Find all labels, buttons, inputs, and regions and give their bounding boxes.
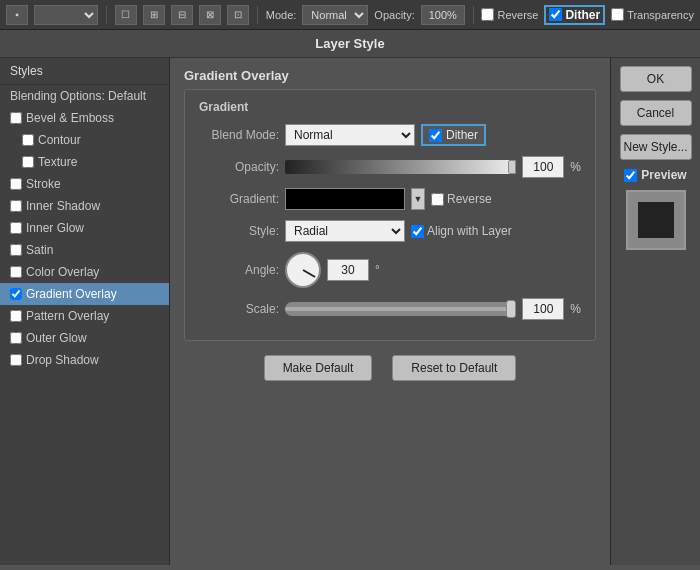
- reverse-checkbox[interactable]: [481, 8, 494, 21]
- icon-2[interactable]: ⊞: [143, 5, 165, 25]
- style-label: Style:: [199, 224, 279, 238]
- scale-track: [285, 307, 516, 311]
- opacity-slider[interactable]: [285, 160, 516, 174]
- blend-mode-row: Blend Mode: Normal Dissolve Multiply Scr…: [199, 124, 581, 146]
- mode-label: Mode:: [266, 9, 297, 21]
- texture-checkbox[interactable]: [22, 156, 34, 168]
- bevel-emboss-checkbox[interactable]: [10, 112, 22, 124]
- icon-5[interactable]: ⊡: [227, 5, 249, 25]
- reverse-label-group[interactable]: Reverse: [431, 192, 492, 206]
- drop-shadow-label: Drop Shadow: [26, 353, 99, 367]
- blend-mode-select[interactable]: Normal Dissolve Multiply Screen: [285, 124, 415, 146]
- right-panel: OK Cancel New Style... Preview: [610, 58, 700, 565]
- scale-unit: %: [570, 302, 581, 316]
- angle-dial[interactable]: [285, 252, 321, 288]
- transparency-group: Transparency: [611, 8, 694, 21]
- layer-select[interactable]: [34, 5, 98, 25]
- icon-4[interactable]: ⊠: [199, 5, 221, 25]
- bevel-emboss-item[interactable]: Bevel & Emboss: [0, 107, 169, 129]
- outer-glow-checkbox[interactable]: [10, 332, 22, 344]
- color-overlay-checkbox[interactable]: [10, 266, 22, 278]
- separator-3: [473, 6, 474, 24]
- reset-default-button[interactable]: Reset to Default: [392, 355, 516, 381]
- blending-options-item[interactable]: Blending Options: Default: [0, 85, 169, 107]
- gradient-label: Gradient:: [199, 192, 279, 206]
- opacity-label-form: Opacity:: [199, 160, 279, 174]
- reverse-group: Reverse: [481, 8, 538, 21]
- inner-shadow-checkbox[interactable]: [10, 200, 22, 212]
- pattern-overlay-label: Pattern Overlay: [26, 309, 109, 323]
- bevel-emboss-label: Bevel & Emboss: [26, 111, 114, 125]
- opacity-input[interactable]: [421, 5, 465, 25]
- angle-dial-line: [303, 269, 316, 278]
- scale-slider[interactable]: [285, 302, 516, 316]
- separator-2: [257, 6, 258, 24]
- opacity-value-input[interactable]: [522, 156, 564, 178]
- angle-unit: °: [375, 263, 380, 277]
- mode-select[interactable]: Normal: [302, 5, 368, 25]
- align-label-group[interactable]: Align with Layer: [411, 224, 512, 238]
- layer-icon: ▪: [6, 5, 28, 25]
- reverse-checkbox-form[interactable]: [431, 193, 444, 206]
- pattern-overlay-checkbox[interactable]: [10, 310, 22, 322]
- drop-shadow-item[interactable]: Drop Shadow: [0, 349, 169, 371]
- blending-options-label: Blending Options: Default: [10, 89, 146, 103]
- styles-title: Styles: [0, 58, 169, 85]
- preview-inner: [638, 202, 674, 238]
- stroke-label: Stroke: [26, 177, 61, 191]
- style-select[interactable]: Linear Radial Angle Reflected Diamond: [285, 220, 405, 242]
- pattern-overlay-item[interactable]: Pattern Overlay: [0, 305, 169, 327]
- opacity-thumb: [508, 160, 516, 174]
- inner-glow-checkbox[interactable]: [10, 222, 22, 234]
- new-style-button[interactable]: New Style...: [620, 134, 692, 160]
- satin-item[interactable]: Satin: [0, 239, 169, 261]
- gradient-overlay-checkbox[interactable]: [10, 288, 22, 300]
- blend-mode-controls: Normal Dissolve Multiply Screen Dither: [285, 124, 581, 146]
- make-default-button[interactable]: Make Default: [264, 355, 373, 381]
- opacity-row: Opacity: %: [199, 156, 581, 178]
- drop-shadow-checkbox[interactable]: [10, 354, 22, 366]
- gradient-overlay-label: Gradient Overlay: [26, 287, 117, 301]
- dialog-title: Layer Style: [0, 30, 700, 58]
- inner-shadow-item[interactable]: Inner Shadow: [0, 195, 169, 217]
- style-controls: Linear Radial Angle Reflected Diamond Al…: [285, 220, 581, 242]
- gradient-arrow[interactable]: ▼: [411, 188, 425, 210]
- separator-1: [106, 6, 107, 24]
- contour-item[interactable]: Contour: [0, 129, 169, 151]
- angle-row: Angle: °: [199, 252, 581, 288]
- preview-label: Preview: [624, 168, 686, 182]
- inner-glow-item[interactable]: Inner Glow: [0, 217, 169, 239]
- cancel-button[interactable]: Cancel: [620, 100, 692, 126]
- gradient-swatch[interactable]: [285, 188, 405, 210]
- preview-box: [626, 190, 686, 250]
- angle-value-input[interactable]: [327, 259, 369, 281]
- scale-value-input[interactable]: [522, 298, 564, 320]
- gradient-controls: ▼ Reverse: [285, 188, 581, 210]
- subsection-title: Gradient: [199, 100, 581, 114]
- icon-3[interactable]: ⊟: [171, 5, 193, 25]
- preview-checkbox[interactable]: [624, 169, 637, 182]
- section-title: Gradient Overlay: [184, 68, 596, 83]
- dither-checkbox-toolbar[interactable]: [549, 8, 562, 21]
- dither-checkbox[interactable]: [429, 129, 442, 142]
- contour-checkbox[interactable]: [22, 134, 34, 146]
- top-toolbar: ▪ ☐ ⊞ ⊟ ⊠ ⊡ Mode: Normal Opacity: Revers…: [0, 0, 700, 30]
- gradient-overlay-item[interactable]: Gradient Overlay: [0, 283, 169, 305]
- reverse-label: Reverse: [497, 9, 538, 21]
- bottom-buttons: Make Default Reset to Default: [184, 355, 596, 381]
- satin-checkbox[interactable]: [10, 244, 22, 256]
- texture-item[interactable]: Texture: [0, 151, 169, 173]
- icon-1[interactable]: ☐: [115, 5, 137, 25]
- transparency-checkbox[interactable]: [611, 8, 624, 21]
- align-label-text: Align with Layer: [427, 224, 512, 238]
- opacity-controls: %: [285, 156, 581, 178]
- stroke-item[interactable]: Stroke: [0, 173, 169, 195]
- angle-label: Angle:: [199, 263, 279, 277]
- outer-glow-item[interactable]: Outer Glow: [0, 327, 169, 349]
- opacity-unit: %: [570, 160, 581, 174]
- stroke-checkbox[interactable]: [10, 178, 22, 190]
- align-checkbox[interactable]: [411, 225, 424, 238]
- dither-box: Dither: [421, 124, 486, 146]
- color-overlay-item[interactable]: Color Overlay: [0, 261, 169, 283]
- ok-button[interactable]: OK: [620, 66, 692, 92]
